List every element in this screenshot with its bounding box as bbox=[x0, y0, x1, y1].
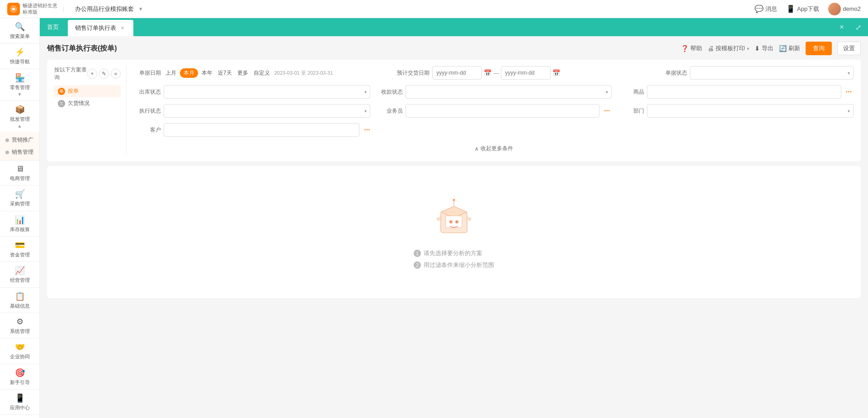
scheme-item-按单[interactable]: 单 按单 bbox=[54, 85, 121, 97]
left-sidebar: 🔍 搜索菜单 ⚡ 快捷导航 🏪 零售管理 ▼ 📦 批发管理 ▲ bbox=[0, 18, 40, 418]
wholesale-expand-icon: ▲ bbox=[18, 124, 22, 128]
scheme-selector-panel: 按以下方案查询 + ✎ « 单 按单 欠 bbox=[54, 66, 127, 155]
ecommerce-icon: 🖥 bbox=[16, 164, 24, 174]
appstore-icon: 📱 bbox=[15, 393, 25, 403]
print-btn[interactable]: 🖨 按模板打印 ▾ bbox=[708, 44, 749, 52]
export-btn[interactable]: ⬇ 导出 bbox=[755, 44, 774, 52]
tab-bar: 首页 销售订单执行表 × × ⤢ bbox=[40, 18, 868, 36]
empty-tip-1: 请先选择要分析的方案 bbox=[414, 247, 494, 259]
expected-date-to-input[interactable] bbox=[501, 66, 551, 80]
page-title: 销售订单执行表(按单) bbox=[47, 44, 117, 53]
add-scheme-btn[interactable]: + bbox=[87, 69, 97, 79]
sidebar-item-purchase[interactable]: 🛒 采购管理 bbox=[0, 185, 39, 211]
sidebar-item-wechat[interactable]: 💬 企业微信 bbox=[0, 415, 39, 418]
payment-status-select[interactable] bbox=[406, 85, 612, 99]
sidebar-item-inventory[interactable]: 📊 库存核算 bbox=[0, 211, 39, 237]
refresh-btn[interactable]: 🔄 刷新 bbox=[779, 44, 800, 52]
export-icon: ⬇ bbox=[755, 45, 760, 52]
salesman-input[interactable] bbox=[406, 104, 599, 118]
filter-salesman-field: 业务员 ··· bbox=[376, 104, 612, 118]
payment-status-label: 收款状态 bbox=[376, 88, 403, 96]
expected-date-label: 预计交货日期 bbox=[397, 69, 429, 77]
sub-panel-item-sales[interactable]: 销售管理 bbox=[0, 146, 39, 158]
scheme-title: 按以下方案查询 + ✎ « bbox=[54, 66, 121, 81]
shortcut-this-month[interactable]: 本月 bbox=[180, 68, 198, 78]
print-icon: 🖨 bbox=[708, 45, 714, 52]
page-title-bar: 销售订单执行表(按单) ❓ 帮助 🖨 按模板打印 ▾ ⬇ 导出 bbox=[47, 42, 861, 55]
warehouse-status-select[interactable] bbox=[164, 85, 370, 99]
shortcut-this-year[interactable]: 本年 bbox=[200, 68, 214, 78]
goods-input[interactable] bbox=[647, 85, 841, 99]
tab-close-btn[interactable]: × bbox=[119, 24, 126, 32]
system-icon: ⚙ bbox=[16, 317, 24, 327]
operations-icon: 📈 bbox=[15, 266, 25, 276]
query-btn[interactable]: 查询 bbox=[806, 42, 832, 55]
goods-more-btn[interactable]: ··· bbox=[844, 88, 854, 96]
sub-panel-item-marketing[interactable]: 营销推广 bbox=[0, 134, 39, 146]
customer-input[interactable] bbox=[164, 123, 359, 137]
shortcut-more[interactable]: 更多 bbox=[236, 68, 250, 78]
status-select[interactable] bbox=[690, 66, 854, 80]
tab-window-close-btn[interactable]: × bbox=[835, 21, 848, 33]
calendar-from-icon[interactable]: 📅 bbox=[484, 69, 491, 76]
filter-date-field: 单据日期 上月 本月 本年 近7天 更多 自定义 bbox=[134, 68, 392, 78]
sidebar-item-system[interactable]: ⚙ 系统管理 bbox=[0, 313, 39, 338]
retail-icon: 🏪 bbox=[15, 73, 25, 83]
edit-scheme-btn[interactable]: ✎ bbox=[99, 69, 109, 79]
sidebar-item-ecommerce[interactable]: 🖥 电商管理 bbox=[0, 161, 39, 185]
expected-date-from-input[interactable] bbox=[432, 66, 482, 80]
sidebar-item-finance[interactable]: 💳 资金管理 bbox=[0, 237, 39, 262]
shortcut-last-month[interactable]: 上月 bbox=[164, 68, 178, 78]
sidebar-item-retail[interactable]: 🏪 零售管理 ▼ bbox=[0, 69, 39, 101]
customer-label: 客户 bbox=[134, 126, 161, 134]
customer-more-btn[interactable]: ··· bbox=[362, 126, 372, 134]
sidebar-item-enterprise[interactable]: 🤝 企业协同 bbox=[0, 338, 39, 364]
tab-window-maximize-btn[interactable]: ⤢ bbox=[852, 21, 864, 33]
scheme-inactive-icon: 欠 bbox=[58, 100, 65, 107]
date-label: 单据日期 bbox=[134, 69, 161, 77]
avatar bbox=[828, 3, 841, 15]
basic-icon: 📋 bbox=[15, 291, 25, 301]
filter-warehouse-field: 出库状态 ▾ bbox=[134, 85, 370, 99]
sidebar-item-operations[interactable]: 📈 经营管理 bbox=[0, 262, 39, 287]
help-btn[interactable]: ❓ 帮助 bbox=[681, 44, 702, 52]
sidebar-item-wholesale[interactable]: 📦 批发管理 ▲ 营销推广 销售管理 bbox=[0, 101, 39, 161]
tab-sales-exec[interactable]: 销售订单执行表 × bbox=[68, 20, 133, 36]
sidebar-item-newbie[interactable]: 🎯 新手引导 bbox=[0, 364, 39, 390]
sub-indicator bbox=[5, 138, 9, 142]
calendar-to-icon[interactable]: 📅 bbox=[552, 69, 560, 76]
salesman-more-btn[interactable]: ··· bbox=[602, 107, 612, 115]
app-title: 办公用品行业模拟账套 bbox=[75, 5, 134, 13]
svg-rect-2 bbox=[446, 216, 462, 228]
title-dropdown-btn[interactable]: ▾ bbox=[139, 5, 142, 12]
shortcut-7days[interactable]: 近7天 bbox=[216, 68, 234, 78]
empty-tip-2: 用过滤条件来缩小分析范围 bbox=[414, 259, 494, 271]
sidebar-item-search[interactable]: 🔍 搜索菜单 bbox=[0, 18, 39, 43]
settings-btn[interactable]: 设置 bbox=[837, 42, 861, 55]
status-label: 单据状态 bbox=[660, 69, 687, 77]
filter-status-field: 单据状态 ▾ bbox=[660, 66, 854, 80]
goods-label: 商品 bbox=[617, 88, 644, 96]
dept-select[interactable] bbox=[647, 104, 854, 118]
filter-dept-field: 部门 ▾ bbox=[617, 104, 854, 118]
sidebar-item-appstore[interactable]: 📱 应用中心 bbox=[0, 390, 39, 415]
sidebar-item-basic[interactable]: 📋 基础信息 bbox=[0, 288, 39, 313]
collapse-more-btn[interactable]: ∧ 收起更多条件 bbox=[134, 142, 854, 155]
page-content: 销售订单执行表(按单) ❓ 帮助 🖨 按模板打印 ▾ ⬇ 导出 bbox=[40, 36, 868, 418]
filter-row-2: 出库状态 ▾ 收款状态 bbox=[134, 85, 854, 99]
exec-status-select[interactable] bbox=[164, 104, 370, 118]
user-avatar-btn[interactable]: demo2 bbox=[828, 3, 861, 15]
shortcut-custom[interactable]: 自定义 bbox=[252, 68, 272, 78]
newbie-icon: 🎯 bbox=[15, 368, 25, 378]
tab-home[interactable]: 首页 bbox=[40, 18, 66, 36]
wholesale-icon: 📦 bbox=[15, 104, 25, 114]
enterprise-icon: 🤝 bbox=[15, 342, 25, 352]
app-download-btn[interactable]: 📱 App下载 bbox=[786, 5, 819, 13]
logo[interactable]: 畅捷进销好生意 标准版 bbox=[7, 3, 57, 15]
message-btn[interactable]: 💬 消息 bbox=[755, 5, 777, 13]
sidebar-item-quick-nav[interactable]: ⚡ 快捷导航 bbox=[0, 43, 39, 69]
filter-goods-field: 商品 ··· bbox=[617, 85, 854, 99]
scheme-item-欠货情况[interactable]: 欠 欠货情况 bbox=[54, 97, 121, 109]
collapse-scheme-btn[interactable]: « bbox=[111, 69, 121, 79]
finance-icon: 💳 bbox=[15, 240, 25, 250]
